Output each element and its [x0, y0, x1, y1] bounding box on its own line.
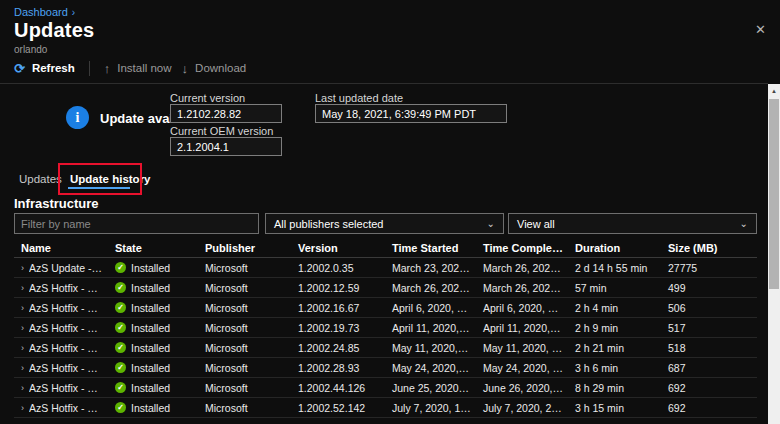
row-time-started-cell: July 7, 2020, 10:46:24 ... [385, 402, 476, 414]
row-version-cell: 1.2002.28.93 [291, 362, 385, 374]
column-header-state[interactable]: State [108, 242, 198, 254]
column-header-name[interactable]: Name [14, 242, 108, 254]
row-time-started-cell: March 23, 2020, 11:3... [385, 262, 476, 274]
row-state-cell: ✓Installed [108, 402, 198, 414]
row-time-completed-cell: June 26, 2020, 6:03:06... [476, 382, 568, 394]
section-title: Infrastructure [14, 196, 99, 211]
row-expander-chevron-right-icon[interactable]: › [21, 263, 24, 273]
table-row[interactable]: ›AzS Hotfix - 1.2002...✓InstalledMicroso… [14, 278, 757, 298]
row-name-text: AzS Hotfix - 1.2002... [29, 322, 103, 334]
installed-check-icon: ✓ [115, 382, 126, 393]
refresh-label: Refresh [32, 62, 75, 74]
oem-version-label: Current OEM version [170, 125, 273, 137]
row-name-cell: ›AzS Hotfix - 1.2002... [14, 322, 108, 334]
row-duration-cell: 57 min [568, 282, 661, 294]
row-expander-chevron-right-icon[interactable]: › [21, 303, 24, 313]
row-expander-chevron-right-icon[interactable]: › [21, 383, 24, 393]
row-state-text: Installed [131, 262, 170, 274]
row-version-cell: 1.2002.16.67 [291, 302, 385, 314]
download-label: Download [195, 62, 246, 74]
publisher-filter-dropdown[interactable]: All publishers selected ⌄ [265, 213, 504, 234]
column-header-time-started[interactable]: Time Started [385, 242, 476, 254]
toolbar-divider [0, 83, 768, 84]
row-state-text: Installed [131, 402, 170, 414]
current-version-label: Current version [170, 92, 245, 104]
oem-version-value: 2.1.2004.1 [170, 137, 282, 156]
row-state-text: Installed [131, 322, 170, 334]
row-size-cell: 692 [661, 402, 757, 414]
scroll-up-icon[interactable]: ▲ [768, 84, 780, 98]
install-now-button[interactable]: ↑ Install now [104, 61, 172, 76]
scrollbar-thumb[interactable] [769, 99, 779, 289]
last-updated-label: Last updated date [315, 92, 403, 104]
row-size-cell: 506 [661, 302, 757, 314]
row-expander-chevron-right-icon[interactable]: › [21, 323, 24, 333]
view-filter-dropdown[interactable]: View all ⌄ [508, 213, 757, 234]
row-expander-chevron-right-icon[interactable]: › [21, 283, 24, 293]
installed-check-icon: ✓ [115, 302, 126, 313]
row-name-text: AzS Hotfix - 1.2002... [29, 282, 103, 294]
column-header-publisher[interactable]: Publisher [198, 242, 291, 254]
table-row[interactable]: ›AzS Hotfix - 1.2002...✓InstalledMicroso… [14, 318, 757, 338]
row-time-started-cell: April 6, 2020, 8:13:12 ... [385, 302, 476, 314]
page-subtitle: orlando [14, 44, 47, 55]
row-state-text: Installed [131, 382, 170, 394]
row-state-text: Installed [131, 362, 170, 374]
table-header-row: Name State Publisher Version Time Starte… [14, 238, 757, 258]
row-name-cell: ›AzS Hotfix - 1.2002... [14, 382, 108, 394]
row-expander-chevron-right-icon[interactable]: › [21, 343, 24, 353]
column-header-version[interactable]: Version [291, 242, 385, 254]
refresh-button[interactable]: ⟳ Refresh [14, 61, 75, 76]
vertical-scrollbar[interactable]: ▲ [768, 84, 780, 424]
table-row[interactable]: ›AzS Hotfix - 1.2002...✓InstalledMicroso… [14, 358, 757, 378]
breadcrumb-dashboard-link[interactable]: Dashboard [14, 6, 68, 18]
row-publisher-cell: Microsoft [198, 342, 291, 354]
row-state-cell: ✓Installed [108, 262, 198, 274]
row-size-cell: 518 [661, 342, 757, 354]
row-name-text: AzS Hotfix - 1.2002... [29, 342, 103, 354]
installed-check-icon: ✓ [115, 322, 126, 333]
row-expander-chevron-right-icon[interactable]: › [21, 363, 24, 373]
row-publisher-cell: Microsoft [198, 402, 291, 414]
row-duration-cell: 2 h 21 min [568, 342, 661, 354]
table-row[interactable]: ›AzS Hotfix - 1.2002...✓InstalledMicroso… [14, 338, 757, 358]
row-version-cell: 1.2002.19.73 [291, 322, 385, 334]
row-duration-cell: 3 h 6 min [568, 362, 661, 374]
annotation-red-box [58, 163, 142, 195]
row-expander-chevron-right-icon[interactable]: › [21, 403, 24, 413]
column-header-time-completed[interactable]: Time Completed [476, 242, 568, 254]
toolbar-separator [89, 61, 90, 76]
row-publisher-cell: Microsoft [198, 302, 291, 314]
column-header-size[interactable]: Size (MB) [661, 242, 757, 254]
row-version-cell: 1.2002.52.142 [291, 402, 385, 414]
row-duration-cell: 2 d 14 h 55 min [568, 262, 661, 274]
row-name-text: AzS Hotfix - 1.2002... [29, 402, 103, 414]
filter-by-name-input[interactable] [14, 213, 259, 234]
current-version-value: 1.2102.28.82 [170, 104, 282, 123]
row-publisher-cell: Microsoft [198, 362, 291, 374]
row-time-completed-cell: April 6, 2020, 10:17:3... [476, 302, 568, 314]
row-publisher-cell: Microsoft [198, 282, 291, 294]
close-icon[interactable]: ✕ [755, 22, 766, 37]
row-duration-cell: 8 h 29 min [568, 382, 661, 394]
row-publisher-cell: Microsoft [198, 322, 291, 334]
table-row[interactable]: ›AzS Hotfix - 1.2002...✓InstalledMicroso… [14, 398, 757, 418]
row-duration-cell: 2 h 9 min [568, 322, 661, 334]
row-publisher-cell: Microsoft [198, 382, 291, 394]
table-row[interactable]: ›AzS Hotfix - 1.2002...✓InstalledMicroso… [14, 378, 757, 398]
row-state-cell: ✓Installed [108, 342, 198, 354]
column-header-duration[interactable]: Duration [568, 242, 661, 254]
table-row[interactable]: ›AzS Hotfix - 1.2002...✓InstalledMicroso… [14, 298, 757, 318]
row-time-completed-cell: May 24, 2020, 12:24:2... [476, 362, 568, 374]
row-name-text: AzS Update - 1.20... [29, 262, 103, 274]
row-name-cell: ›AzS Hotfix - 1.2002... [14, 362, 108, 374]
toolbar: ⟳ Refresh ↑ Install now ↓ Download [14, 58, 246, 78]
row-name-cell: ›AzS Hotfix - 1.2002... [14, 282, 108, 294]
tab-updates[interactable]: Updates [19, 173, 62, 185]
row-time-started-cell: March 26, 2020, 6:04:... [385, 282, 476, 294]
row-time-completed-cell: May 11, 2020, 11:16:4... [476, 342, 568, 354]
install-now-label: Install now [117, 62, 171, 74]
download-button[interactable]: ↓ Download [182, 61, 247, 76]
table-row[interactable]: ›AzS Update - 1.20...✓InstalledMicrosoft… [14, 258, 757, 278]
updates-table: Name State Publisher Version Time Starte… [14, 238, 757, 418]
